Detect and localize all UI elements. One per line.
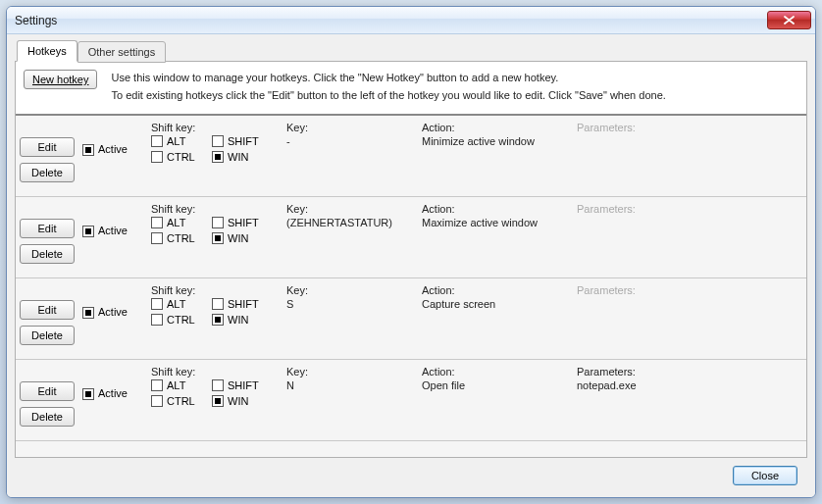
hotkey-row: Edit Delete Active Shift key: ALT SHIFT … (16, 278, 806, 360)
checkbox[interactable] (212, 232, 224, 244)
key-header: Key: (286, 122, 414, 133)
win-checkbox[interactable]: WIN (212, 314, 271, 326)
checkbox[interactable] (212, 151, 224, 163)
win-checkbox[interactable]: WIN (212, 395, 271, 407)
delete-button[interactable]: Delete (20, 163, 75, 182)
hotkey-row: Edit Delete Active Shift key: ALT SHIFT … (16, 116, 806, 197)
shift-key-header: Shift key: (151, 122, 279, 133)
ctrl-checkbox[interactable]: CTRL (151, 395, 210, 407)
checkbox[interactable] (151, 217, 163, 228)
checkbox[interactable] (151, 395, 163, 407)
shift-checkbox[interactable]: SHIFT (212, 379, 271, 391)
tab-panel-hotkeys: New hotkey Use this window to manage you… (15, 61, 807, 458)
parameters-header: Parameters: (577, 284, 802, 296)
shift-key-header: Shift key: (151, 203, 279, 215)
action-value: Minimize active window (422, 135, 569, 147)
checkbox[interactable] (212, 314, 224, 326)
close-button[interactable]: Close (733, 466, 797, 485)
tab-hotkeys[interactable]: Hotkeys (17, 40, 77, 62)
key-value: S (286, 298, 414, 310)
alt-checkbox[interactable]: ALT (151, 217, 210, 228)
shift-key-header: Shift key: (151, 366, 279, 378)
edit-button[interactable]: Edit (20, 219, 75, 238)
instructions-line-2: To edit existing hotkeys click the "Edit… (111, 87, 665, 105)
parameters-value: notepad.exe (577, 379, 802, 391)
key-value: - (286, 135, 414, 147)
checkbox[interactable] (82, 144, 94, 156)
ctrl-checkbox[interactable]: CTRL (151, 232, 210, 244)
titlebar: Settings (7, 7, 815, 34)
checkbox[interactable] (212, 379, 224, 391)
action-value: Capture screen (422, 298, 569, 310)
alt-checkbox[interactable]: ALT (151, 135, 210, 147)
window-title: Settings (15, 14, 57, 27)
checkbox[interactable] (151, 151, 163, 163)
active-checkbox-label[interactable]: Active (82, 387, 128, 400)
edit-button[interactable]: Edit (20, 137, 75, 157)
checkbox[interactable] (212, 298, 224, 310)
key-value: N (286, 379, 414, 391)
action-header: Action: (422, 203, 569, 215)
checkbox[interactable] (151, 314, 163, 326)
parameters-header: Parameters: (577, 366, 802, 378)
delete-button[interactable]: Delete (20, 407, 75, 427)
window-body: Hotkeys Other settings New hotkey Use th… (7, 34, 815, 497)
shift-checkbox[interactable]: SHIFT (212, 298, 271, 310)
active-label: Active (98, 306, 128, 318)
hotkey-row: Edit Delete Active Shift key: ALT SHIFT … (16, 197, 806, 278)
action-header: Action: (422, 122, 569, 133)
checkbox[interactable] (151, 135, 163, 147)
close-icon (784, 16, 795, 25)
active-label: Active (98, 387, 128, 399)
active-checkbox-label[interactable]: Active (82, 143, 128, 156)
parameters-header: Parameters: (577, 203, 802, 215)
hotkey-row: Edit Delete Active Shift key: ALT SHIFT … (16, 360, 806, 441)
tab-bar: Hotkeys Other settings (15, 40, 807, 62)
delete-button[interactable]: Delete (20, 244, 75, 264)
active-checkbox-label[interactable]: Active (82, 306, 128, 319)
shift-key-header: Shift key: (151, 284, 279, 296)
checkbox[interactable] (212, 217, 224, 228)
active-label: Active (98, 143, 128, 155)
instructions-text: Use this window to manage your hotkeys. … (111, 70, 665, 104)
instructions-row: New hotkey Use this window to manage you… (16, 62, 806, 114)
win-checkbox[interactable]: WIN (212, 151, 271, 163)
key-header: Key: (286, 366, 414, 378)
window-close-button[interactable] (767, 11, 811, 29)
checkbox[interactable] (151, 379, 163, 391)
new-hotkey-button[interactable]: New hotkey (24, 70, 97, 89)
checkbox[interactable] (82, 307, 94, 319)
checkbox[interactable] (151, 232, 163, 244)
action-value: Open file (422, 379, 569, 391)
active-label: Active (98, 225, 128, 236)
win-checkbox[interactable]: WIN (212, 232, 271, 244)
checkbox[interactable] (82, 388, 94, 400)
settings-window: Settings Hotkeys Other settings New hotk… (6, 6, 816, 498)
alt-checkbox[interactable]: ALT (151, 379, 210, 391)
new-hotkey-label: New hotkey (32, 74, 88, 85)
active-checkbox-label[interactable]: Active (82, 225, 128, 237)
hotkey-list[interactable]: Edit Delete Active Shift key: ALT SHIFT … (16, 114, 806, 457)
action-value: Maximize active window (422, 217, 569, 228)
key-value: (ZEHNERTASTATUR) (286, 217, 414, 228)
checkbox[interactable] (82, 226, 94, 237)
checkbox[interactable] (212, 135, 224, 147)
delete-button[interactable]: Delete (20, 326, 75, 345)
action-header: Action: (422, 366, 569, 378)
instructions-line-1: Use this window to manage your hotkeys. … (111, 70, 665, 87)
action-header: Action: (422, 284, 569, 296)
edit-button[interactable]: Edit (20, 381, 75, 401)
key-header: Key: (286, 284, 414, 296)
checkbox[interactable] (151, 298, 163, 310)
ctrl-checkbox[interactable]: CTRL (151, 314, 210, 326)
parameters-header: Parameters: (577, 122, 802, 133)
alt-checkbox[interactable]: ALT (151, 298, 210, 310)
shift-checkbox[interactable]: SHIFT (212, 135, 271, 147)
footer: Close (15, 458, 807, 489)
shift-checkbox[interactable]: SHIFT (212, 217, 271, 228)
key-header: Key: (286, 203, 414, 215)
edit-button[interactable]: Edit (20, 300, 75, 320)
tab-other-settings[interactable]: Other settings (77, 41, 166, 63)
ctrl-checkbox[interactable]: CTRL (151, 151, 210, 163)
checkbox[interactable] (212, 395, 224, 407)
